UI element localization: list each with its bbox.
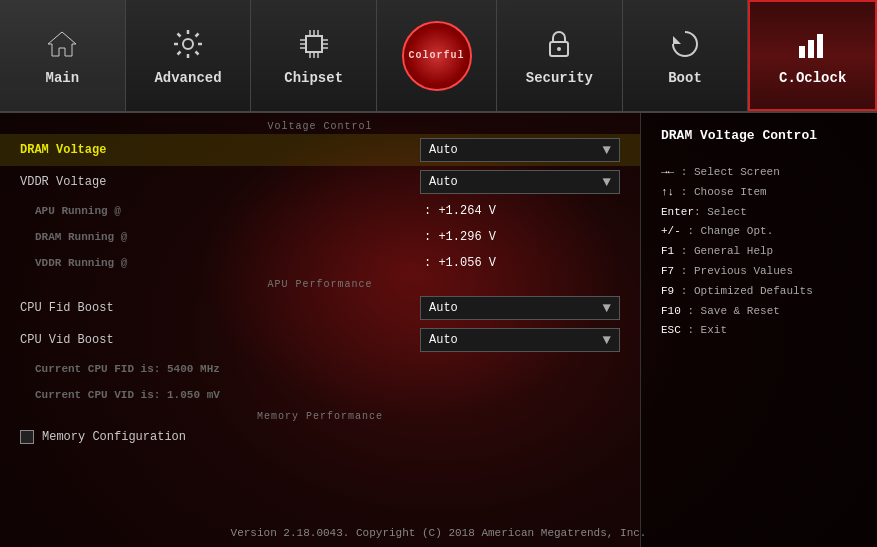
dram-running-label: DRAM Running @ bbox=[20, 231, 220, 243]
key-5: F7 bbox=[661, 265, 674, 277]
dram-voltage-value[interactable]: Auto ▼ bbox=[420, 138, 620, 162]
svg-point-15 bbox=[557, 47, 561, 51]
apu-running-value-container: : +1.264 V bbox=[420, 204, 620, 218]
key-help: →← : Select Screen ↑↓ : Choose Item Ente… bbox=[661, 163, 857, 341]
cpu-fid-boost-value[interactable]: Auto ▼ bbox=[420, 296, 620, 320]
key-help-row-4: F1 : General Help bbox=[661, 242, 857, 262]
key-help-row-3: +/- : Change Opt. bbox=[661, 222, 857, 242]
apu-running-label: APU Running @ bbox=[20, 205, 220, 217]
dram-running-value-container: : +1.296 V bbox=[420, 230, 620, 244]
nav-label-security: Security bbox=[526, 70, 593, 86]
apu-performance-header: APU Performance bbox=[0, 276, 640, 292]
apu-running-value: : +1.264 V bbox=[420, 204, 620, 218]
svg-rect-19 bbox=[817, 34, 823, 58]
left-panel: Voltage Control DRAM Voltage Auto ▼ VDDR… bbox=[0, 113, 640, 547]
cpu-fid-boost-row[interactable]: CPU Fid Boost Auto ▼ bbox=[0, 292, 640, 324]
memory-config-checkbox[interactable] bbox=[20, 430, 34, 444]
key-help-row-8: ESC : Exit bbox=[661, 321, 857, 341]
dram-voltage-dropdown-value: Auto bbox=[429, 143, 458, 157]
vddr-voltage-dropdown-arrow: ▼ bbox=[603, 174, 611, 190]
current-cpu-vid-label: Current CPU VID is: 1.050 mV bbox=[20, 389, 220, 401]
vddr-running-label: VDDR Running @ bbox=[20, 257, 220, 269]
current-cpu-fid-row: Current CPU FID is: 5400 MHz bbox=[0, 356, 640, 382]
nav-item-main[interactable]: Main bbox=[0, 0, 126, 111]
dram-running-value: : +1.296 V bbox=[420, 230, 620, 244]
nav-label-main: Main bbox=[46, 70, 80, 86]
nav-label-chipset: Chipset bbox=[284, 70, 343, 86]
current-cpu-vid-row: Current CPU VID is: 1.050 mV bbox=[0, 382, 640, 408]
nav-label-advanced: Advanced bbox=[154, 70, 221, 86]
help-title: DRAM Voltage Control bbox=[661, 128, 857, 143]
key-desc-6: : Optimized Defaults bbox=[674, 285, 813, 297]
cpu-vid-boost-row[interactable]: CPU Vid Boost Auto ▼ bbox=[0, 324, 640, 356]
key-desc-3: : Change Opt. bbox=[681, 225, 773, 237]
nav-label-boot: Boot bbox=[668, 70, 702, 86]
dram-voltage-dropdown-arrow: ▼ bbox=[603, 142, 611, 158]
cpu-vid-boost-dropdown[interactable]: Auto ▼ bbox=[420, 328, 620, 352]
cpu-vid-boost-dropdown-value: Auto bbox=[429, 333, 458, 347]
vddr-voltage-dropdown-value: Auto bbox=[429, 175, 458, 189]
voltage-control-header: Voltage Control bbox=[0, 118, 640, 134]
cpu-vid-boost-dropdown-arrow: ▼ bbox=[603, 332, 611, 348]
right-panel: DRAM Voltage Control →← : Select Screen … bbox=[640, 113, 877, 547]
key-help-row-6: F9 : Optimized Defaults bbox=[661, 282, 857, 302]
footer-text: Version 2.18.0043. Copyright (C) 2018 Am… bbox=[231, 527, 647, 539]
current-cpu-fid-label: Current CPU FID is: 5400 MHz bbox=[20, 363, 220, 375]
vddr-voltage-value[interactable]: Auto ▼ bbox=[420, 170, 620, 194]
vddr-voltage-row[interactable]: VDDR Voltage Auto ▼ bbox=[0, 166, 640, 198]
nav-item-boot[interactable]: Boot bbox=[623, 0, 749, 111]
key-3: +/- bbox=[661, 225, 681, 237]
svg-marker-16 bbox=[673, 36, 681, 44]
key-desc-1: : Choose Item bbox=[674, 186, 766, 198]
content-area: Voltage Control DRAM Voltage Auto ▼ VDDR… bbox=[0, 113, 877, 547]
key-6: F9 bbox=[661, 285, 674, 297]
lock-icon bbox=[541, 26, 577, 62]
key-help-row-5: F7 : Previous Values bbox=[661, 262, 857, 282]
key-help-row-2: Enter: Select bbox=[661, 203, 857, 223]
nav-item-security[interactable]: Security bbox=[497, 0, 623, 111]
key-help-row-7: F10 : Save & Reset bbox=[661, 302, 857, 322]
cpu-vid-boost-label: CPU Vid Boost bbox=[20, 333, 220, 347]
key-0: →← bbox=[661, 166, 674, 178]
cpu-fid-boost-dropdown[interactable]: Auto ▼ bbox=[420, 296, 620, 320]
dram-voltage-label: DRAM Voltage bbox=[20, 143, 220, 157]
vddr-voltage-label: VDDR Voltage bbox=[20, 175, 220, 189]
cpu-fid-boost-dropdown-value: Auto bbox=[429, 301, 458, 315]
cpu-vid-boost-value[interactable]: Auto ▼ bbox=[420, 328, 620, 352]
navbar: Main Advanced bbox=[0, 0, 877, 113]
home-icon bbox=[44, 26, 80, 62]
cpu-icon bbox=[296, 26, 332, 62]
refresh-icon bbox=[667, 26, 703, 62]
svg-rect-1 bbox=[306, 36, 322, 52]
key-desc-2: : Select bbox=[694, 206, 747, 218]
key-7: F10 bbox=[661, 305, 681, 317]
vddr-voltage-dropdown[interactable]: Auto ▼ bbox=[420, 170, 620, 194]
svg-rect-18 bbox=[808, 40, 814, 58]
svg-rect-17 bbox=[799, 46, 805, 58]
key-8: ESC bbox=[661, 324, 681, 336]
key-desc-8: : Exit bbox=[681, 324, 727, 336]
nav-label-coclock: C.Oclock bbox=[779, 70, 846, 86]
svg-point-0 bbox=[183, 39, 193, 49]
nav-item-chipset[interactable]: Chipset bbox=[251, 0, 377, 111]
gear-icon bbox=[170, 26, 206, 62]
key-desc-4: : General Help bbox=[674, 245, 773, 257]
key-desc-7: : Save & Reset bbox=[681, 305, 780, 317]
vddr-running-value-container: : +1.056 V bbox=[420, 256, 620, 270]
apu-running-row: APU Running @ : +1.264 V bbox=[0, 198, 640, 224]
vddr-running-value: : +1.056 V bbox=[420, 256, 620, 270]
cpu-fid-boost-label: CPU Fid Boost bbox=[20, 301, 220, 315]
cpu-fid-boost-dropdown-arrow: ▼ bbox=[603, 300, 611, 316]
key-desc-5: : Previous Values bbox=[674, 265, 793, 277]
dram-voltage-row[interactable]: DRAM Voltage Auto ▼ bbox=[0, 134, 640, 166]
nav-item-coclock[interactable]: C.Oclock bbox=[748, 0, 877, 111]
key-2: Enter bbox=[661, 206, 694, 218]
key-help-row-0: →← : Select Screen bbox=[661, 163, 857, 183]
dram-voltage-dropdown[interactable]: Auto ▼ bbox=[420, 138, 620, 162]
memory-config-row[interactable]: Memory Configuration bbox=[0, 424, 640, 450]
key-1: ↑↓ bbox=[661, 186, 674, 198]
key-4: F1 bbox=[661, 245, 674, 257]
nav-logo: Colorful bbox=[377, 0, 497, 111]
nav-item-advanced[interactable]: Advanced bbox=[126, 0, 252, 111]
bar-chart-icon bbox=[795, 26, 831, 62]
